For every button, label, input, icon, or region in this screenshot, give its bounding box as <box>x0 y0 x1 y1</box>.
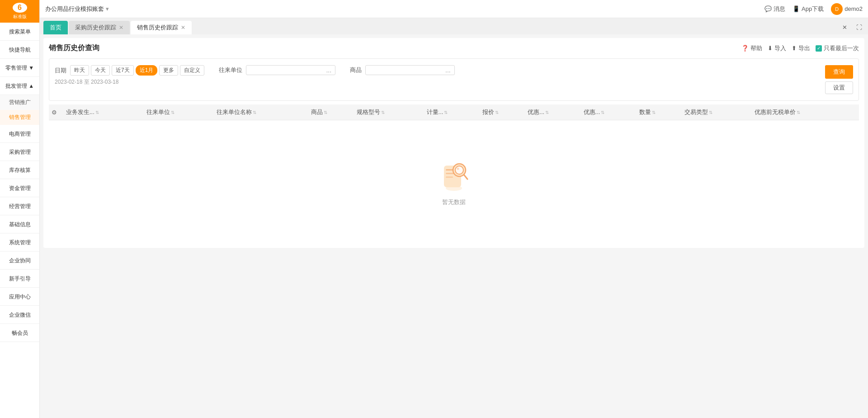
goods-input[interactable] <box>369 67 445 74</box>
sidebar-item-sales-mgmt[interactable]: 销售管理 <box>0 110 39 125</box>
sidebar-item-member[interactable]: 畅会员 <box>0 324 39 342</box>
sidebar-item-operation[interactable]: 经营管理 <box>0 197 39 215</box>
sidebar-item-appstore[interactable]: 应用中心 <box>0 288 39 306</box>
topbar-user[interactable]: D demo2 <box>831 3 863 15</box>
export-icon: ⬆ <box>792 45 797 52</box>
th-quote[interactable]: 报价⇅ <box>480 104 525 120</box>
sort-icon-spec: ⇅ <box>381 110 385 115</box>
tab-window-controls: ✕ ⛶ <box>839 22 864 34</box>
counterparty-filter-group: 往来单位 ... <box>219 65 335 75</box>
app-download-icon: 📱 <box>793 5 800 12</box>
date-btn-more[interactable]: 更多 <box>159 65 178 76</box>
tab-purchase-close[interactable]: ✕ <box>119 24 123 31</box>
sort-icon-counterparty-name: ⇅ <box>253 110 256 115</box>
sidebar-item-guide[interactable]: 新手引导 <box>0 270 39 288</box>
tab-home[interactable]: 首页 <box>43 21 68 34</box>
export-action[interactable]: ⬆ 导出 <box>792 44 810 52</box>
svg-line-7 <box>464 175 467 179</box>
page-header: 销售历史价查询 ❓ 帮助 ⬇ 导入 ⬆ 导出 <box>49 43 859 53</box>
date-btn-7days[interactable]: 近7天 <box>112 65 134 76</box>
th-biz-date[interactable]: 业务发生...⇅ <box>63 104 144 120</box>
sort-icon-quote: ⇅ <box>495 110 499 115</box>
logo: 6 标准版 <box>0 0 39 23</box>
sort-icon-counterparty: ⇅ <box>171 110 175 115</box>
date-buttons: 昨天 今天 近7天 近1月 更多 自定义 <box>70 65 204 76</box>
tab-expand-button[interactable]: ⛶ <box>854 22 864 33</box>
help-action[interactable]: ❓ 帮助 <box>741 44 762 52</box>
sidebar-item-inventory[interactable]: 库存核算 <box>0 161 39 179</box>
logo-icon: 6 <box>13 3 27 13</box>
th-pre-tax-price[interactable]: 优惠前无税单价⇅ <box>752 104 859 120</box>
goods-input-wrap: ... <box>365 65 455 75</box>
sidebar-item-retail[interactable]: 零售管理 ▼ <box>0 59 39 77</box>
th-counterparty-name[interactable]: 往来单位名称⇅ <box>214 104 308 120</box>
setting-button[interactable]: 设置 <box>825 81 853 94</box>
import-action[interactable]: ⬇ 导入 <box>768 44 786 52</box>
sidebar: 6 标准版 搜索菜单 快捷导航 零售管理 ▼ 批发管理 ▲ 营销推广 销售管理 … <box>0 0 40 418</box>
sort-icon-discount2: ⇅ <box>601 110 604 115</box>
th-unit[interactable]: 计量...⇅ <box>424 104 480 120</box>
last-only-checkbox[interactable]: 只看最后一次 <box>816 44 859 52</box>
date-filter-top: 日期 昨天 今天 近7天 近1月 更多 自定义 <box>55 65 204 76</box>
main-area: 办公用品行业模拟账套 ▾ 💬 消息 📱 App下载 D demo2 首页 采购历… <box>40 0 868 418</box>
sidebar-item-wholesale[interactable]: 批发管理 ▲ <box>0 77 39 95</box>
counterparty-input[interactable] <box>250 67 326 74</box>
import-icon: ⬇ <box>768 45 773 52</box>
app-title-dropdown[interactable]: ▾ <box>106 5 109 12</box>
date-btn-custom[interactable]: 自定义 <box>180 65 204 76</box>
sidebar-item-system[interactable]: 系统管理 <box>0 233 39 252</box>
table-wrap: ⚙ 业务发生...⇅ 往来单位⇅ 往来单位名称⇅ 商品⇅ 规格型号⇅ 计量...… <box>49 104 859 242</box>
table-settings-icon[interactable]: ⚙ <box>52 109 57 116</box>
sidebar-item-purchase[interactable]: 采购管理 <box>0 143 39 161</box>
sidebar-item-search[interactable]: 搜索菜单 <box>0 23 39 41</box>
sidebar-item-marketing[interactable]: 营销推广 <box>0 95 39 110</box>
th-discount2[interactable]: 优惠...⇅ <box>581 104 637 120</box>
tab-purchase[interactable]: 采购历史价跟踪 ✕ <box>69 21 130 34</box>
page-header-actions: ❓ 帮助 ⬇ 导入 ⬆ 导出 只看最后一次 <box>741 44 859 52</box>
th-spec[interactable]: 规格型号⇅ <box>354 104 424 120</box>
sort-icon-trade-type: ⇅ <box>709 110 712 115</box>
date-btn-1month[interactable]: 近1月 <box>136 65 158 76</box>
sort-icon-pre-tax-price: ⇅ <box>797 110 800 115</box>
empty-icon <box>436 157 472 193</box>
query-button[interactable]: 查询 <box>825 65 853 79</box>
help-icon: ❓ <box>741 45 749 52</box>
date-btn-today[interactable]: 今天 <box>91 65 110 76</box>
th-trade-type[interactable]: 交易类型⇅ <box>682 104 752 120</box>
avatar: D <box>831 3 843 15</box>
tab-sales[interactable]: 销售历史价跟踪 ✕ <box>131 21 192 34</box>
sidebar-item-wechat[interactable]: 企业微信 <box>0 306 39 324</box>
th-qty[interactable]: 数量⇅ <box>637 104 682 120</box>
sidebar-item-basic[interactable]: 基础信息 <box>0 215 39 233</box>
sort-icon-unit: ⇅ <box>444 110 448 115</box>
counterparty-dots[interactable]: ... <box>326 66 331 74</box>
tab-sales-close[interactable]: ✕ <box>181 24 185 31</box>
svg-point-8 <box>457 168 459 170</box>
empty-text: 暂无数据 <box>442 198 466 206</box>
th-discount1[interactable]: 优惠...⇅ <box>525 104 580 120</box>
th-goods[interactable]: 商品⇅ <box>308 104 354 120</box>
sidebar-item-ecommerce[interactable]: 电商管理 <box>0 125 39 143</box>
goods-filter-group: 商品 ... <box>350 65 455 75</box>
sidebar-item-finance[interactable]: 资金管理 <box>0 179 39 197</box>
goods-label: 商品 <box>350 66 362 74</box>
topbar-app-download[interactable]: 📱 App下载 <box>793 5 824 13</box>
goods-dots[interactable]: ... <box>445 66 451 74</box>
counterparty-input-wrap: ... <box>246 65 335 75</box>
topbar-message[interactable]: 💬 消息 <box>764 5 785 13</box>
sort-icon-qty: ⇅ <box>652 110 656 115</box>
sort-icon-goods: ⇅ <box>324 110 327 115</box>
app-title: 办公用品行业模拟账套 ▾ <box>45 5 761 13</box>
tab-close-all-button[interactable]: ✕ <box>839 22 850 33</box>
logo-text: 标准版 <box>13 14 27 20</box>
topbar-actions: 💬 消息 📱 App下载 D demo2 <box>764 3 863 15</box>
date-btn-yesterday[interactable]: 昨天 <box>70 65 89 76</box>
th-counterparty[interactable]: 往来单位⇅ <box>144 104 214 120</box>
content-area: 销售历史价查询 ❓ 帮助 ⬇ 导入 ⬆ 导出 <box>40 34 868 418</box>
date-range-display: 2023-02-18 至 2023-03-18 <box>55 78 204 86</box>
data-table: ⚙ 业务发生...⇅ 往来单位⇅ 往来单位名称⇅ 商品⇅ 规格型号⇅ 计量...… <box>49 104 859 120</box>
sidebar-item-collab[interactable]: 企业协同 <box>0 252 39 270</box>
page-title: 销售历史价查询 <box>49 43 99 53</box>
sidebar-item-nav[interactable]: 快捷导航 <box>0 41 39 59</box>
table-header-row: ⚙ 业务发生...⇅ 往来单位⇅ 往来单位名称⇅ 商品⇅ 规格型号⇅ 计量...… <box>49 104 859 120</box>
